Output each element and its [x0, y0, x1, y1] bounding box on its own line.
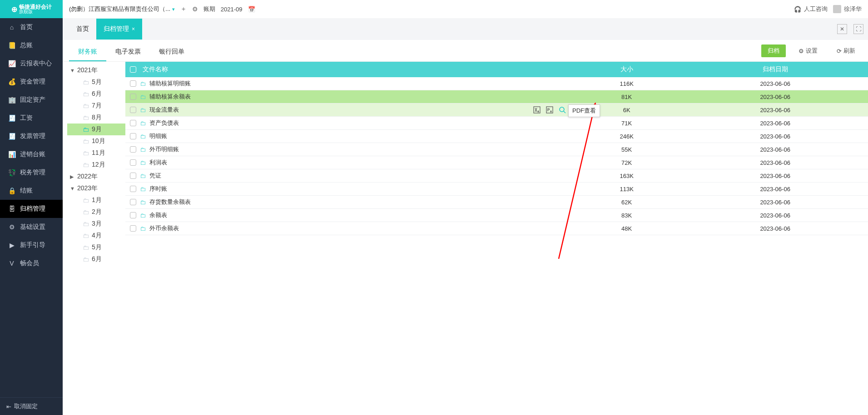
calendar-icon[interactable]: 📅 [248, 6, 255, 13]
row-checkbox[interactable] [130, 186, 136, 192]
sidebar-item-7[interactable]: 📊进销台账 [0, 145, 63, 163]
download-pdf-icon[interactable] [546, 106, 554, 114]
tree-year[interactable]: ▼2021年 [67, 64, 125, 76]
download-excel-icon[interactable] [533, 106, 541, 114]
tree-year[interactable]: ▼2023年 [67, 183, 125, 194]
sidebar-item-9[interactable]: 🔒结账 [0, 182, 63, 200]
tree-month[interactable]: 🗀6月 [67, 253, 125, 265]
gear-icon[interactable]: ⚙ [192, 5, 198, 13]
row-checkbox[interactable] [130, 159, 136, 166]
tree-label: 2021年 [77, 66, 98, 74]
fullscreen-icon[interactable]: ⛶ [853, 24, 863, 34]
company-selector[interactable]: (勿删）江西服宝精品有限责任公司（... ▾ [69, 5, 175, 13]
row-checkbox[interactable] [130, 120, 136, 126]
page-tab-1[interactable]: 归档管理× [96, 19, 142, 40]
table-row[interactable]: 🗀余额表83K2023-06-06 [125, 209, 868, 222]
sidebar-icon: 📒 [8, 42, 15, 49]
user-menu[interactable]: 徐泽华 [833, 5, 862, 13]
row-checkbox[interactable] [130, 225, 136, 232]
tree-month[interactable]: 🗀5月 [67, 76, 125, 88]
settings-button[interactable]: ⚙ 设置 [792, 44, 824, 57]
tree-month[interactable]: 🗀3月 [67, 218, 125, 230]
table-row[interactable]: 🗀现金流量表PDF查看6K2023-06-06 [125, 104, 868, 117]
tree-label: 10月 [92, 137, 105, 145]
row-checkbox[interactable] [130, 146, 136, 153]
page-tab-0[interactable]: 首页 [69, 19, 96, 40]
sidebar-item-11[interactable]: ⚙基础设置 [0, 218, 63, 236]
sidebar-item-2[interactable]: 📈云报表中心 [0, 54, 63, 73]
file-name: 资产负债表 [149, 119, 179, 127]
sidebar-item-1[interactable]: 📒总账 [0, 36, 63, 54]
archive-button[interactable]: 归档 [761, 44, 786, 57]
sidebar-unpin[interactable]: ⇤ 取消固定 [0, 397, 63, 415]
sub-tab-1[interactable]: 电子发票 [106, 43, 150, 61]
sidebar-item-label: 新手引导 [20, 241, 45, 249]
file-folder-icon: 🗀 [140, 173, 146, 179]
tree-month[interactable]: 🗀5月 [67, 242, 125, 253]
tree-month[interactable]: 🗀6月 [67, 88, 125, 100]
headset-icon: 🎧 [794, 6, 801, 13]
page-tab-label: 归档管理 [104, 25, 129, 32]
tree-month[interactable]: 🗀11月 [67, 147, 125, 159]
tree-label: 3月 [92, 220, 102, 228]
table-row[interactable]: 🗀凭证163K2023-06-06 [125, 169, 868, 183]
sub-tab-2[interactable]: 银行回单 [150, 43, 193, 61]
select-all-checkbox[interactable] [130, 66, 136, 73]
table-row[interactable]: 🗀辅助核算明细账116K2023-06-06 [125, 77, 868, 90]
sidebar-item-8[interactable]: 💱税务管理 [0, 163, 63, 182]
tree-label: 2022年 [77, 173, 98, 181]
file-folder-icon: 🗀 [140, 212, 146, 219]
row-checkbox[interactable] [130, 212, 136, 218]
pdf-view-icon[interactable]: PDF查看 [558, 106, 566, 114]
sidebar-icon: 🧾 [8, 133, 15, 140]
gear-icon: ⚙ [799, 48, 804, 54]
sidebar-item-0[interactable]: ⌂首页 [0, 18, 63, 36]
row-checkbox[interactable] [130, 80, 136, 87]
file-date: 2023-06-06 [682, 90, 868, 104]
sub-tab-0[interactable]: 财务账 [69, 43, 106, 61]
support-label: 人工咨询 [804, 5, 828, 13]
sidebar-item-3[interactable]: 💰资金管理 [0, 73, 63, 91]
sidebar-item-6[interactable]: 🧾发票管理 [0, 127, 63, 145]
file-size: 83K [571, 209, 682, 222]
tree-month[interactable]: 🗀4月 [67, 230, 125, 242]
table-row[interactable]: 🗀外币余额表48K2023-06-06 [125, 222, 868, 235]
row-checkbox[interactable] [130, 199, 136, 205]
add-icon[interactable]: ＋ [180, 5, 187, 13]
sidebar-item-4[interactable]: 🏢固定资产 [0, 91, 63, 109]
period-value[interactable]: 2021-09 [221, 6, 243, 13]
sidebar-icon: V [8, 260, 15, 267]
tree-year[interactable]: ▶2022年 [67, 171, 125, 183]
table-row[interactable]: 🗀存货数量余额表62K2023-06-06 [125, 196, 868, 209]
row-checkbox[interactable] [130, 94, 136, 100]
sidebar-item-10[interactable]: 🗄归档管理 [0, 200, 63, 218]
table-row[interactable]: 🗀外币明细账55K2023-06-06 [125, 143, 868, 156]
tree-month[interactable]: 🗀1月 [67, 194, 125, 206]
row-checkbox[interactable] [130, 133, 136, 139]
sidebar-unpin-label: 取消固定 [14, 402, 38, 410]
close-tab-icon[interactable]: ✕ [837, 24, 847, 34]
logo-sub: 旗舰版 [19, 10, 52, 14]
file-folder-icon: 🗀 [140, 146, 146, 153]
tree-month[interactable]: 🗀2月 [67, 206, 125, 218]
tree-month[interactable]: 🗀12月 [67, 159, 125, 171]
sidebar-item-5[interactable]: 🧾工资 [0, 109, 63, 127]
tree-month[interactable]: 🗀9月 [67, 124, 125, 135]
table-row[interactable]: 🗀利润表72K2023-06-06 [125, 156, 868, 169]
table-row[interactable]: 🗀资产负债表71K2023-06-06 [125, 117, 868, 130]
row-checkbox[interactable] [130, 107, 136, 113]
support-link[interactable]: 🎧 人工咨询 [794, 5, 828, 13]
file-date: 2023-06-06 [682, 183, 868, 196]
table-row[interactable]: 🗀序时账113K2023-06-06 [125, 183, 868, 196]
file-size: 81K [571, 90, 682, 104]
sidebar-item-12[interactable]: ▶新手引导 [0, 236, 63, 254]
sidebar-item-13[interactable]: V畅会员 [0, 254, 63, 272]
tree-month[interactable]: 🗀10月 [67, 135, 125, 147]
tree-month[interactable]: 🗀7月 [67, 100, 125, 112]
table-row[interactable]: 🗀明细账246K2023-06-06 [125, 130, 868, 143]
table-row[interactable]: 🗀辅助核算余额表81K2023-06-06 [125, 90, 868, 104]
refresh-button[interactable]: ⟳ 刷新 [830, 44, 862, 57]
tree-month[interactable]: 🗀8月 [67, 112, 125, 124]
row-checkbox[interactable] [130, 173, 136, 179]
tab-close-icon[interactable]: × [132, 26, 135, 32]
